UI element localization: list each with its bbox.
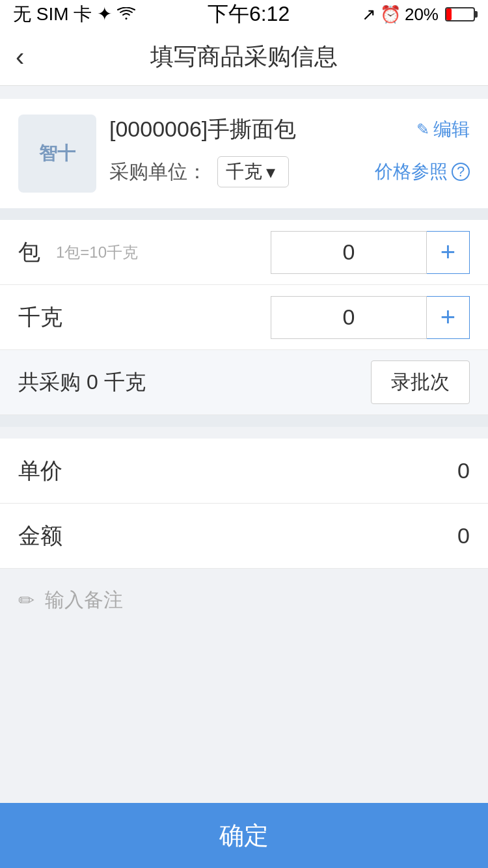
- status-time: 下午6:12: [208, 0, 290, 29]
- kg-label: 千克: [18, 303, 62, 332]
- product-image: 智十: [18, 115, 96, 193]
- edit-icon: ✎: [416, 120, 429, 139]
- bag-input-controls: +: [271, 231, 470, 274]
- kg-plus-button[interactable]: +: [427, 296, 470, 339]
- status-bar: 无 SIM 卡 ✦ 下午6:12 ↗ ⏰ 20%: [0, 0, 488, 29]
- amount-row: 金额 0: [0, 504, 488, 569]
- confirm-button[interactable]: 确定: [0, 803, 488, 868]
- unit-price-value: 0: [457, 458, 470, 483]
- unit-select[interactable]: 千克 ▾: [217, 156, 289, 187]
- edit-button[interactable]: ✎ 编辑: [416, 117, 470, 142]
- unit-price-row: 单价 0: [0, 439, 488, 504]
- notes-placeholder: 输入备注: [45, 587, 123, 614]
- page-title: 填写商品采购信息: [150, 41, 338, 73]
- kg-input[interactable]: [271, 296, 427, 339]
- battery-percent: 20%: [405, 5, 439, 25]
- price-ref-button[interactable]: 价格参照 ?: [375, 159, 470, 184]
- price-section: 单价 0 金额 0: [0, 439, 488, 569]
- total-label: 共采购 0 千克: [18, 368, 146, 397]
- location-icon: ↗: [362, 5, 376, 25]
- bag-label: 包: [18, 237, 40, 267]
- sim-label: 无 SIM 卡 ✦: [13, 2, 112, 27]
- kg-input-row: 千克 +: [0, 285, 488, 350]
- section-divider-1: [0, 208, 488, 220]
- unit-price-label: 单价: [18, 456, 62, 486]
- bag-plus-button[interactable]: +: [427, 231, 470, 274]
- back-button[interactable]: ‹: [16, 42, 24, 72]
- help-icon: ?: [452, 163, 470, 181]
- record-batch-button[interactable]: 录批次: [371, 360, 470, 404]
- amount-label: 金额: [18, 521, 62, 551]
- input-section: 包 1包=10千克 + 千克 + 共采购 0 千克 录批次: [0, 220, 488, 415]
- bag-input[interactable]: [271, 231, 427, 274]
- unit-label: 采购单位：: [109, 159, 207, 185]
- dropdown-arrow-icon: ▾: [266, 161, 275, 183]
- product-info: [0000006]手撕面包 ✎ 编辑 采购单位： 千克 ▾ 价格参照 ?: [109, 115, 470, 187]
- product-card: 智十 [0000006]手撕面包 ✎ 编辑 采购单位： 千克 ▾ 价格参照 ?: [0, 99, 488, 208]
- notes-input-row[interactable]: ✏ 输入备注: [18, 587, 470, 614]
- product-unit-row: 采购单位： 千克 ▾ 价格参照 ?: [109, 156, 470, 187]
- bag-input-row: 包 1包=10千克 +: [0, 220, 488, 285]
- nav-bar: ‹ 填写商品采购信息: [0, 29, 488, 86]
- section-divider-2: [0, 415, 488, 427]
- product-header: [0000006]手撕面包 ✎ 编辑: [109, 115, 470, 144]
- battery-icon: [445, 7, 475, 21]
- bag-sublabel: 1包=10千克: [56, 242, 138, 263]
- pencil-icon: ✏: [18, 589, 34, 612]
- wifi-icon: [117, 4, 135, 25]
- alarm-icon: ⏰: [380, 5, 401, 25]
- kg-input-controls: +: [271, 296, 470, 339]
- status-right: ↗ ⏰ 20%: [362, 5, 475, 25]
- product-name: [0000006]手撕面包: [109, 115, 296, 144]
- total-row: 共采购 0 千克 录批次: [0, 350, 488, 415]
- amount-value: 0: [457, 523, 470, 549]
- notes-section: ✏ 输入备注: [0, 569, 488, 764]
- status-left: 无 SIM 卡 ✦: [13, 2, 135, 27]
